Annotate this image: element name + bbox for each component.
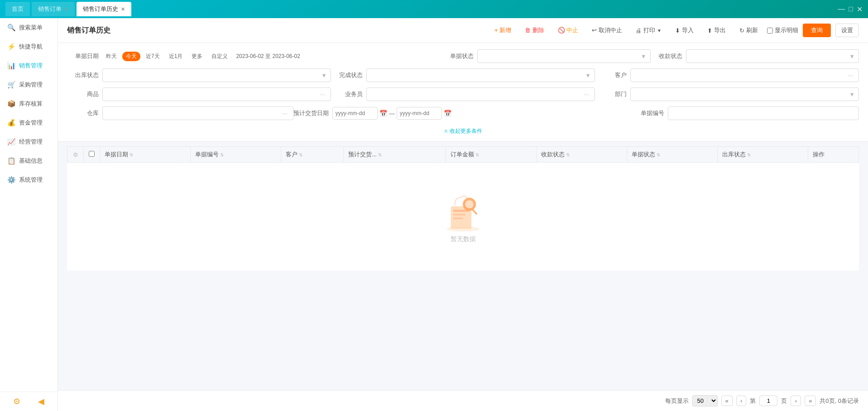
search-menu-icon: 🔍 (7, 24, 15, 32)
department-select[interactable]: ▼ (630, 87, 859, 101)
th-out-sort-icon[interactable]: ⇅ (747, 152, 751, 157)
sidebar-item-quick-nav[interactable]: ⚡ 快捷导航 (0, 37, 58, 56)
sidebar-item-sales-mgmt[interactable]: 📊 销售管理 (0, 56, 58, 75)
chip-more[interactable]: 更多 (188, 52, 206, 61)
tab-sales-order-close[interactable]: ✕ (64, 6, 68, 12)
receipt-status-label: 收款状态 (651, 52, 682, 60)
last-page-button[interactable]: » (805, 396, 816, 406)
select-all-checkbox[interactable] (89, 151, 95, 157)
sidebar-item-purchase-mgmt[interactable]: 🛒 采购管理 (0, 75, 58, 94)
order-no-input[interactable] (668, 106, 859, 120)
complete-status-label: 完成状态 (331, 71, 363, 79)
th-customer-label: 客户 (286, 150, 297, 159)
th-customer-sort-icon[interactable]: ⇅ (299, 152, 302, 157)
out-status-label: 出库状态 (67, 71, 99, 79)
tab-sales-order-history[interactable]: 销售订单历史 ✕ (77, 2, 131, 16)
delivery-date-group: 📅 — 📅 (332, 107, 451, 120)
window-minimize-icon[interactable]: — (838, 5, 845, 13)
product-select[interactable]: ··· (102, 87, 331, 101)
refresh-button[interactable]: ↻ 刷新 (735, 24, 762, 37)
sidebar-item-fund-mgmt[interactable]: 💰 资金管理 (0, 113, 58, 132)
filter-out-status: 出库状态 ▼ (67, 68, 331, 82)
show-detail-checkbox[interactable] (767, 28, 773, 34)
th-amount: 订单金额 ⇅ (446, 147, 536, 163)
sidebar-item-quick-nav-label: 快捷导航 (19, 43, 43, 51)
page-size-select[interactable]: 50 10 20 100 (692, 395, 718, 406)
product-ellipsis-icon[interactable]: ··· (318, 91, 327, 98)
th-delivery-sort-icon[interactable]: ⇅ (378, 152, 382, 157)
out-status-select[interactable]: ▼ (102, 68, 331, 82)
sidebar-item-base-info-label: 基础信息 (19, 157, 43, 165)
settings-button[interactable]: 设置 (835, 24, 859, 37)
warehouse-select[interactable]: ··· (102, 106, 293, 120)
th-receipt-sort-icon[interactable]: ⇅ (566, 152, 570, 157)
stop-button[interactable]: 🚫 中止 (553, 24, 583, 37)
window-close-icon[interactable]: ✕ (857, 5, 863, 14)
sales-mgmt-icon: 📊 (7, 62, 15, 70)
print-icon: 🖨 (636, 27, 642, 34)
chip-today[interactable]: 今天 (122, 52, 140, 61)
page-size-label: 每页显示 (665, 397, 689, 405)
delete-button[interactable]: 🗑 删除 (520, 24, 549, 37)
warehouse-ellipsis-icon[interactable]: ··· (280, 110, 289, 117)
complete-status-select[interactable]: ▼ (366, 68, 595, 82)
sidebar-item-sys-mgmt[interactable]: ⚙️ 系统管理 (0, 170, 58, 189)
th-date-sort-icon[interactable]: ⇅ (129, 152, 133, 157)
sidebar-item-base-info[interactable]: 📋 基础信息 (0, 151, 58, 170)
sidebar-item-inventory-calc[interactable]: 📦 库存核算 (0, 94, 58, 113)
import-button[interactable]: ⬇ 导入 (671, 24, 698, 37)
print-button[interactable]: 🖨 🖨 打印 打印 ▼ (631, 24, 666, 37)
sidebar-item-operation-mgmt-label: 经营管理 (19, 138, 43, 146)
print-dropdown-icon[interactable]: ▼ (657, 28, 662, 33)
department-chevron-icon: ▼ (849, 91, 855, 98)
chip-custom[interactable]: 自定义 (208, 52, 231, 61)
tab-sales-order-history-close[interactable]: ✕ (121, 6, 125, 12)
sidebar-bottom: ⚙ ◀ (0, 392, 58, 411)
order-status-select[interactable]: ▼ (477, 49, 650, 63)
prev-page-button[interactable]: ‹ (736, 396, 746, 406)
delivery-date-start-input[interactable] (332, 107, 378, 120)
customer-select[interactable]: ··· (630, 68, 859, 82)
table-header-row: ⚙ 单据日期 ⇅ 单据编号 (67, 147, 859, 163)
export-button[interactable]: ⬆ 导出 (703, 24, 730, 37)
sidebar-item-fund-mgmt-label: 资金管理 (19, 119, 43, 127)
salesperson-ellipsis-icon[interactable]: ··· (582, 91, 591, 98)
new-button[interactable]: + 新增 (490, 24, 516, 37)
window-maximize-icon[interactable]: □ (849, 5, 853, 13)
query-button[interactable]: 查询 (803, 24, 831, 37)
salesperson-select[interactable]: ··· (366, 87, 595, 101)
data-table: ⚙ 单据日期 ⇅ 单据编号 (67, 146, 859, 271)
th-customer: 客户 ⇅ (281, 147, 344, 163)
delivery-date-end-input[interactable] (397, 107, 442, 120)
tab-home[interactable]: 首页 (5, 2, 30, 16)
next-page-button[interactable]: › (791, 396, 801, 406)
sidebar-settings-icon[interactable]: ⚙ (13, 396, 20, 406)
sidebar-collapse-icon[interactable]: ◀ (38, 396, 44, 406)
show-detail-label: 显示明细 (775, 26, 798, 34)
sidebar-item-operation-mgmt[interactable]: 📈 经营管理 (0, 132, 58, 151)
cancel-stop-button[interactable]: ↩ 取消中止 (587, 24, 627, 37)
page-header: 销售订单历史 + 新增 🗑 删除 🚫 中止 ↩ 取消中止 🖨 🖨 打印 打印 ▼… (58, 18, 868, 43)
sidebar-item-inventory-calc-label: 库存核算 (19, 100, 43, 108)
customer-ellipsis-icon[interactable]: ··· (846, 72, 855, 79)
empty-illustration (438, 190, 488, 235)
tab-home-label: 首页 (12, 5, 24, 13)
th-order-status: 单据状态 ⇅ (627, 147, 718, 163)
order-status-chevron-icon: ▼ (641, 53, 647, 60)
th-order-status-sort-icon[interactable]: ⇅ (657, 152, 660, 157)
warehouse-label: 仓库 (67, 109, 99, 117)
receipt-status-select[interactable]: ▼ (686, 49, 859, 63)
first-page-button[interactable]: « (721, 396, 733, 406)
sidebar-item-search-menu[interactable]: 🔍 搜索菜单 (0, 18, 58, 37)
th-order-no-sort-icon[interactable]: ⇅ (220, 152, 224, 157)
filter-row-1: 单据日期 昨天 今天 近7天 近1月 更多 自定义 2023-06-02 至 2… (67, 49, 859, 63)
th-amount-sort-icon[interactable]: ⇅ (475, 152, 479, 157)
chip-1month[interactable]: 近1月 (165, 52, 187, 61)
tab-sales-order[interactable]: 销售订单 ✕ (32, 2, 75, 16)
th-delivery-date: 预计交货... ⇅ (344, 147, 446, 163)
chip-yesterday[interactable]: 昨天 (102, 52, 120, 61)
table-gear-icon[interactable]: ⚙ (73, 151, 78, 158)
current-page-input[interactable] (759, 396, 777, 406)
collapse-bar[interactable]: ∧ 收起更多条件 (67, 126, 859, 135)
chip-7days[interactable]: 近7天 (142, 52, 163, 61)
